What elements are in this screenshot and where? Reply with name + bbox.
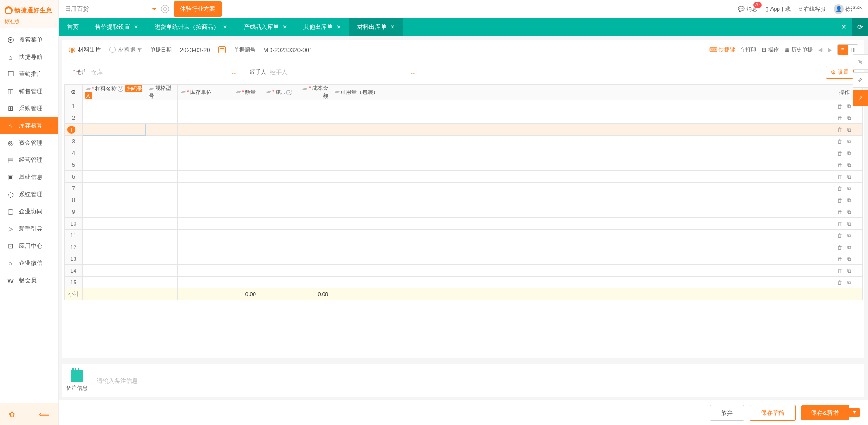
cell-spec[interactable] [146, 147, 178, 159]
cell-material[interactable] [83, 265, 146, 277]
cell-qty[interactable] [218, 100, 259, 112]
prev-icon[interactable]: ◀ [818, 47, 822, 53]
collapse-icon[interactable]: ⟸ [39, 410, 49, 419]
table-row[interactable]: 10🗑⧉ [65, 218, 863, 230]
cell-unit[interactable] [178, 171, 218, 183]
cell-qty[interactable] [218, 183, 259, 194]
delete-icon[interactable]: 🗑 [837, 197, 843, 203]
shortcut-button[interactable]: ⌨快捷键 [709, 46, 735, 54]
cell-cost-amount[interactable] [295, 147, 331, 159]
close-icon[interactable]: ✕ [283, 24, 287, 30]
table-row[interactable]: 15🗑⧉ [65, 277, 863, 288]
cell-spec[interactable] [146, 100, 178, 112]
cell-cost[interactable] [259, 100, 295, 112]
table-row[interactable]: 5🗑⧉ [65, 159, 863, 171]
cell-cost-amount[interactable] [295, 183, 331, 194]
sidebar-item[interactable]: W畅会员 [0, 272, 58, 289]
close-icon[interactable]: ✕ [223, 24, 227, 30]
cell-cost[interactable] [259, 112, 295, 124]
tab[interactable]: 售价提取设置✕ [87, 18, 146, 36]
cell-qty[interactable] [218, 171, 259, 183]
sidebar-item[interactable]: ○企业微信 [0, 255, 58, 272]
rail-expand-icon[interactable]: ⤢ [853, 90, 868, 106]
cell-available[interactable] [331, 183, 826, 194]
cell-material[interactable] [83, 171, 146, 183]
discard-button[interactable]: 放弃 [710, 405, 744, 421]
plus-icon[interactable]: + [67, 126, 75, 134]
cell-cost[interactable] [259, 171, 295, 183]
cell-unit[interactable] [178, 183, 218, 194]
cell-cost-amount[interactable] [295, 100, 331, 112]
cell-available[interactable] [331, 230, 826, 241]
sidebar-item[interactable]: ▤经营管理 [0, 151, 58, 169]
cell-qty[interactable] [218, 136, 259, 147]
delete-icon[interactable]: 🗑 [837, 103, 843, 109]
cell-spec[interactable] [146, 253, 178, 265]
cell-spec[interactable] [146, 218, 178, 230]
cell-unit[interactable] [178, 194, 218, 206]
app-download-button[interactable]: ▯ App下载 [765, 5, 791, 13]
copy-icon[interactable]: ⧉ [847, 268, 851, 274]
copy-icon[interactable]: ⧉ [847, 232, 851, 239]
cell-cost[interactable] [259, 159, 295, 171]
cell-cost[interactable] [259, 265, 295, 277]
delete-icon[interactable]: 🗑 [837, 232, 843, 239]
copy-icon[interactable]: ⧉ [847, 150, 851, 156]
cell-cost-amount[interactable] [295, 206, 331, 218]
cell-cost-amount[interactable] [295, 136, 331, 147]
cell-spec[interactable] [146, 241, 178, 253]
cell-spec[interactable] [146, 183, 178, 194]
messages-button[interactable]: 💬 消息 70 [738, 5, 757, 13]
th-cost-amount[interactable]: *成本金额 [295, 85, 331, 100]
delete-icon[interactable]: 🗑 [837, 150, 843, 156]
cell-spec[interactable] [146, 171, 178, 183]
copy-icon[interactable]: ⧉ [847, 138, 851, 145]
delete-icon[interactable]: 🗑 [837, 221, 843, 227]
delete-icon[interactable]: 🗑 [837, 279, 843, 286]
copy-icon[interactable]: ⧉ [847, 256, 851, 262]
cell-cost-amount[interactable] [295, 277, 331, 288]
sidebar-item[interactable]: ▣基础信息 [0, 169, 58, 186]
warehouse-field[interactable]: *仓库 … [73, 68, 236, 76]
cell-material[interactable] [83, 230, 146, 241]
more-icon[interactable]: … [409, 69, 415, 76]
more-icon[interactable]: … [230, 69, 236, 76]
cell-unit[interactable] [178, 159, 218, 171]
cell-spec[interactable] [146, 136, 178, 147]
cell-cost-amount[interactable] [295, 230, 331, 241]
save-new-button[interactable]: 保存&新增 [801, 405, 849, 420]
table-row[interactable]: 12🗑⧉ [65, 241, 863, 253]
warehouse-input[interactable] [91, 69, 226, 76]
sidebar-item[interactable]: ▢企业协同 [0, 203, 58, 220]
th-gear[interactable]: ⚙ [65, 85, 83, 100]
cell-spec[interactable] [146, 194, 178, 206]
cell-available[interactable] [331, 147, 826, 159]
sidebar-item[interactable]: ◫销售管理 [0, 83, 58, 100]
cell-cost[interactable] [259, 183, 295, 194]
cell-cost[interactable] [259, 230, 295, 241]
save-dropdown[interactable] [849, 408, 860, 417]
table-row[interactable]: 13🗑⧉ [65, 253, 863, 265]
delete-icon[interactable]: 🗑 [837, 268, 843, 274]
cell-spec[interactable] [146, 112, 178, 124]
cell-material[interactable] [83, 136, 146, 147]
cell-cost-amount[interactable] [295, 171, 331, 183]
cell-spec[interactable] [146, 230, 178, 241]
copy-icon[interactable]: ⧉ [847, 209, 851, 215]
cell-qty[interactable] [218, 194, 259, 206]
sidebar-item[interactable]: ⊡应用中心 [0, 237, 58, 255]
copy-icon[interactable]: ⧉ [847, 115, 851, 121]
cell-cost[interactable] [259, 241, 295, 253]
cell-unit[interactable] [178, 230, 218, 241]
table-row[interactable]: 9🗑⧉ [65, 206, 863, 218]
cell-material[interactable] [83, 206, 146, 218]
delete-icon[interactable]: 🗑 [837, 138, 843, 145]
cell-cost-amount[interactable] [295, 194, 331, 206]
cell-unit[interactable] [178, 265, 218, 277]
sidebar-item[interactable]: ◌系统管理 [0, 186, 58, 203]
sidebar-item[interactable]: ▷新手引导 [0, 220, 58, 237]
cell-unit[interactable] [178, 100, 218, 112]
copy-icon[interactable]: ⧉ [847, 279, 851, 286]
cell-material[interactable] [83, 147, 146, 159]
cell-qty[interactable] [218, 277, 259, 288]
